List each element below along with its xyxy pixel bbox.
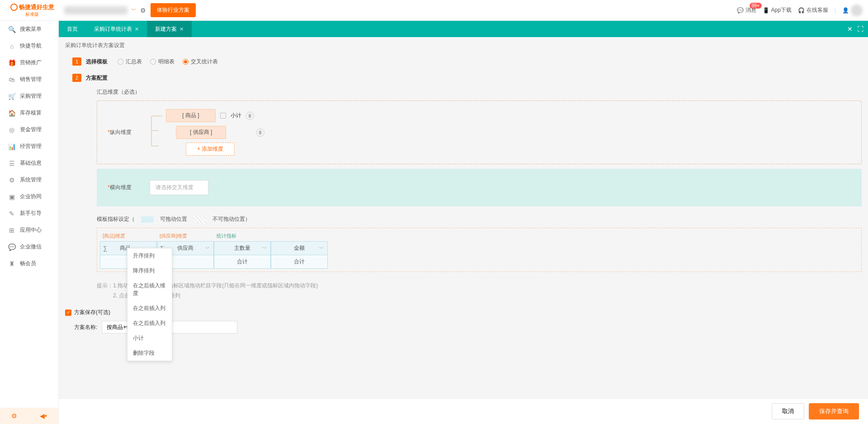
drag-swatch (141, 216, 154, 223)
radio-icon (118, 59, 123, 65)
tab-label: 新建方案 (155, 25, 177, 33)
sidebar-item[interactable]: 🔍搜索菜单 (0, 21, 58, 38)
header-right: 💬 消息 99+ 📱 App下载 🎧 在线客服 | 👤 (737, 5, 863, 16)
tab[interactable]: 采购订单统计表✕ (86, 21, 147, 37)
nav-label: 营销推广 (20, 59, 42, 67)
dropdown-item[interactable]: 小计 (127, 331, 172, 346)
tab-close-icon[interactable]: ✕ (179, 26, 184, 32)
legend-drag-label: 可拖动位置 (160, 215, 187, 223)
nav-icon: ☰ (8, 160, 15, 167)
dropdown-item[interactable]: 在之后插入维度 (127, 278, 172, 301)
radio-icon (150, 59, 156, 65)
sidebar-item[interactable]: ◎资金管理 (0, 121, 58, 138)
dropdown-item[interactable]: 降序排列 (127, 263, 172, 278)
brand-name: 畅捷通好生意 (10, 3, 54, 11)
sidebar-item[interactable]: 🏠库存核算 (0, 105, 58, 121)
nav-label: 基础信息 (20, 159, 42, 167)
save-block: ✓ 方案保存(可选) 方案名称: (65, 309, 862, 333)
summary-amount: 合计 (271, 255, 328, 269)
tab[interactable]: 首页 (59, 21, 86, 37)
user-avatar[interactable]: 👤 (842, 5, 863, 16)
brand-icon (10, 4, 18, 11)
nav-icon: 💬 (8, 243, 15, 251)
template-radio[interactable]: 汇总表 (118, 58, 142, 66)
template-radio[interactable]: 明细表 (150, 58, 175, 66)
main-area: 首页采购订单统计表✕新建方案✕ ✕ ⛶ 采购订单统计表方案设置 1 选择模板 汇… (59, 21, 868, 424)
online-service-link[interactable]: 🎧 在线客服 (798, 6, 828, 14)
sidebar-item[interactable]: 🎁营销推广 (0, 54, 58, 71)
summary-mainqty: 合计 (214, 255, 271, 269)
nav-icon: ⚙ (8, 176, 15, 184)
nav-label: 搜索菜单 (20, 25, 42, 33)
dropdown-item[interactable]: 在之后插入列 (127, 316, 172, 331)
tab-close-icon[interactable]: ✕ (135, 26, 139, 32)
brand-edition: 标准版 (25, 11, 39, 18)
tab[interactable]: 新建方案✕ (147, 21, 192, 37)
sidebar: 🔍搜索菜单⌂快捷导航🎁营销推广🛍销售管理🛒采购管理🏠库存核算◎资金管理📊经营管理… (0, 21, 59, 424)
delete-supplier-dim-icon[interactable]: 🗑 (256, 129, 264, 137)
subtotal-checkbox[interactable] (220, 113, 226, 119)
chevron-down-icon: ﹀ (319, 245, 324, 252)
nav-label: 销售管理 (20, 76, 42, 83)
nav-label: 库存核算 (20, 109, 42, 117)
sidebar-item[interactable]: 📊经营管理 (0, 138, 58, 155)
radio-label: 明细表 (158, 58, 175, 66)
col-header-amount[interactable]: 金额 ﹀ (271, 241, 328, 255)
sidebar-item[interactable]: ⊞应用中心 (0, 222, 58, 238)
sidebar-item[interactable]: ☰基础信息 (0, 155, 58, 172)
step-2-number: 2 (72, 74, 81, 82)
chevron-down-icon: ﹀ (131, 6, 137, 14)
dim-tag-supplier[interactable]: [ 供应商 ] (176, 126, 226, 139)
app-download-link[interactable]: 📱 App下载 (763, 6, 792, 14)
org-selector[interactable]: ﹀ ⚙ (64, 6, 146, 14)
user-icon: 👤 (842, 7, 849, 14)
tip-2: 2. 点击标题 插入列和删除列 (113, 291, 862, 301)
step-1-number: 1 (72, 57, 81, 66)
sidebar-item[interactable]: ✎新手引导 (0, 205, 58, 222)
col-header-mainqty[interactable]: 主数量 ﹀ (214, 241, 271, 255)
sidebar-item[interactable]: ♜畅会员 (0, 255, 58, 272)
fullscreen-icon[interactable]: ⛶ (857, 25, 863, 33)
legend-text: 模板指标设定（ (97, 215, 135, 223)
nav-label: 资金管理 (20, 126, 42, 133)
dropdown-item[interactable]: 删除字段 (127, 346, 172, 361)
delete-product-dim-icon[interactable]: 🗑 (246, 112, 254, 120)
sidebar-item[interactable]: ⚙系统管理 (0, 172, 58, 188)
dropdown-item[interactable]: 在之前插入列 (127, 301, 172, 316)
sidebar-item[interactable]: ⌂快捷导航 (0, 38, 58, 54)
app-download-label: App下载 (771, 6, 792, 14)
template-radio[interactable]: 交叉统计表 (183, 58, 218, 66)
nav-label: 应用中心 (20, 226, 42, 234)
sidebar-item[interactable]: 🛒采购管理 (0, 88, 58, 105)
col-mainqty-label: 主数量 (234, 244, 250, 252)
cancel-button[interactable]: 取消 (772, 403, 804, 419)
step-1-title: 选择模板 (86, 58, 108, 66)
close-all-icon[interactable]: ✕ (847, 25, 853, 33)
add-dimension-button[interactable]: + 添加维度 (186, 143, 235, 156)
sidebar-item[interactable]: ▣企业协同 (0, 188, 58, 205)
tab-label: 采购订单统计表 (94, 25, 132, 33)
brand-logo: 畅捷通好生意 标准版 (5, 3, 59, 18)
cross-dim-selector[interactable]: 请选择交叉维度 (150, 180, 208, 195)
headset-icon: 🎧 (798, 7, 805, 14)
top-header: 畅捷通好生意 标准版 ﹀ ⚙ 体验行业方案 💬 消息 99+ 📱 App下载 🎧… (0, 0, 868, 21)
nav-label: 系统管理 (20, 176, 42, 184)
message-icon: 💬 (737, 7, 744, 14)
gear-icon[interactable]: ⚙ (140, 7, 146, 14)
dim-tag-product[interactable]: [ 商品 ] (166, 109, 216, 122)
save-and-query-button[interactable]: 保存并查询 (809, 403, 859, 419)
group-label-stat: 统计指标 (214, 231, 239, 241)
messages-link[interactable]: 💬 消息 99+ (737, 6, 756, 14)
save-scheme-checkbox[interactable]: ✓ (65, 310, 71, 316)
dropdown-item[interactable]: 升序排列 (127, 248, 172, 263)
tab-bar: 首页采购订单统计表✕新建方案✕ ✕ ⛶ (59, 21, 868, 37)
collapse-icon[interactable]: ◀• (40, 412, 47, 419)
tip-1: 提示：1.拖动标题 可跨维度或指标区域拖动栏目字段(只能在同一维度或指标区域内拖… (97, 281, 862, 291)
sidebar-item[interactable]: 💬企业微信 (0, 238, 58, 255)
try-industry-button[interactable]: 体验行业方案 (151, 3, 196, 17)
sidebar-item[interactable]: 🛍销售管理 (0, 71, 58, 88)
chevron-down-icon: ﹀ (205, 245, 210, 252)
radio-label: 汇总表 (126, 58, 142, 66)
settings-icon[interactable]: ⚙ (11, 412, 17, 419)
subtotal-label: 小计 (231, 112, 241, 119)
